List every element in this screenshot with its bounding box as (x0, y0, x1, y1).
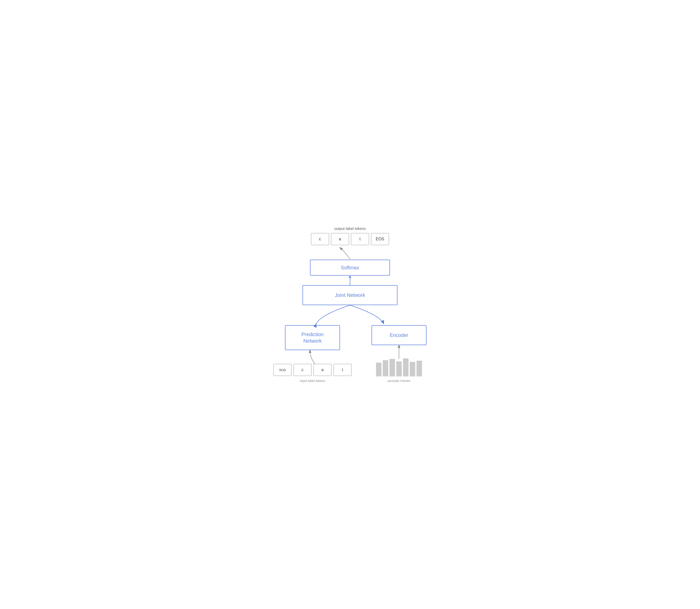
arrow-input-prediction (285, 350, 340, 364)
encoder-box: Encoder (372, 325, 427, 345)
arrow-acoustic-encoder (377, 345, 421, 359)
input-token-c: c (293, 364, 311, 376)
softmax-label: Softmax (341, 265, 359, 271)
arrow-joint-softmax (265, 276, 435, 285)
joint-label: Joint Network (335, 292, 365, 298)
arrow-line-blue-1 (350, 278, 350, 285)
acoustic-col: acoustic frames (376, 359, 422, 383)
softmax-box: Softmax (310, 260, 390, 276)
bar-6 (410, 362, 415, 377)
input-token-a: a (313, 364, 331, 376)
input-token-t: t (334, 364, 352, 376)
output-label: output label tokens (334, 226, 366, 231)
output-token-t: t (351, 233, 369, 245)
bar-3 (390, 359, 395, 377)
joint-network-box: Joint Network (303, 285, 397, 305)
fork-arrows-svg (290, 305, 410, 325)
bar-4 (396, 361, 402, 377)
diagram-container: output label tokens c a t EOS (263, 226, 437, 383)
output-token-eos: EOS (371, 233, 389, 245)
bottom-section: PredictionNetwork (265, 325, 435, 383)
bar-1 (376, 363, 381, 377)
encoder-col: Encoder (372, 325, 427, 383)
curved-arrow-svg (325, 247, 375, 260)
output-token-row: c a t EOS (311, 233, 389, 245)
diagram-inner: output label tokens c a t EOS (265, 226, 435, 383)
joint-section: Joint Network (265, 285, 435, 305)
prediction-network-box: PredictionNetwork (285, 325, 340, 350)
input-label: Input label tokens (300, 379, 325, 383)
acoustic-label: acoustic frames (388, 379, 410, 383)
bar-7 (416, 361, 422, 377)
output-token-a: a (331, 233, 349, 245)
bar-5 (403, 359, 409, 377)
prediction-label: PredictionNetwork (302, 331, 324, 344)
arrow-softmax-to-output (265, 247, 435, 260)
softmax-section: Softmax (265, 260, 435, 276)
input-arrow-svg (285, 350, 340, 364)
fork-arrows (290, 305, 410, 325)
input-tokens-col: SOS c a t Input label tokens (273, 364, 352, 383)
input-token-row: SOS c a t (273, 364, 352, 376)
acoustic-bars (376, 359, 422, 377)
output-section: output label tokens c a t EOS (265, 226, 435, 245)
output-token-c: c (311, 233, 329, 245)
encoder-label: Encoder (390, 332, 409, 338)
prediction-col: PredictionNetwork (273, 325, 352, 383)
arrow-head-up-1 (348, 276, 352, 278)
input-token-sos: SOS (273, 364, 291, 376)
bar-2 (383, 360, 388, 377)
acoustic-arrow-svg (377, 345, 421, 359)
